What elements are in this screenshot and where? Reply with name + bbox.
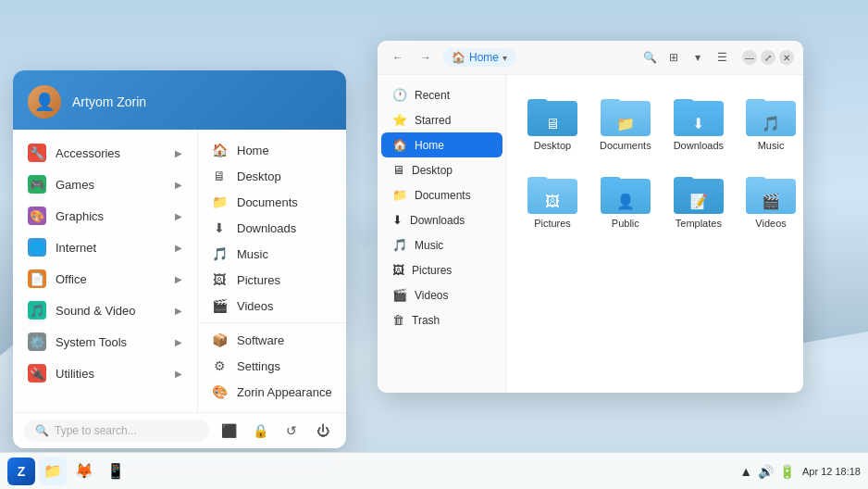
location-bar[interactable]: 🏠 Home ▾ <box>442 48 516 67</box>
lock-button[interactable]: 🔒 <box>248 419 272 443</box>
sidebar-item-trash[interactable]: 🗑 Trash <box>381 307 502 332</box>
category-accessories[interactable]: 🔧 Accessories ▶ <box>13 137 197 169</box>
system-settings[interactable]: ⚙ Settings <box>198 353 346 379</box>
pictures-icon: 🖼 <box>392 263 404 277</box>
trash-icon: 🗑 <box>392 313 404 327</box>
app-menu-categories: 🔧 Accessories ▶ 🎮 Games ▶ 🎨 Graphics ▶ 🌐… <box>13 130 198 412</box>
folder-downloads[interactable]: ⬇ Downloads <box>668 90 729 157</box>
sidebar-item-pictures[interactable]: 🖼 Pictures <box>381 257 502 282</box>
search-icon: 🔍 <box>35 424 49 437</box>
zorin-appearance-icon: 🎨 <box>211 384 228 399</box>
sidebar-label-recent: Recent <box>415 89 450 102</box>
place-documents-icon: 📁 <box>211 194 228 209</box>
window-controls: — ⤢ ✕ <box>742 50 794 65</box>
screenshot-button[interactable]: ⬛ <box>217 419 241 443</box>
sound-tray-icon[interactable]: 🔊 <box>758 464 774 479</box>
sidebar-item-recent[interactable]: 🕐 Recent <box>381 82 502 107</box>
place-videos[interactable]: 🎬 Videos <box>198 293 346 319</box>
folder-music[interactable]: 🎵 Music <box>740 90 801 157</box>
forward-button[interactable]: → <box>415 46 437 69</box>
arrow-accessories: ▶ <box>175 148 182 158</box>
search-bar[interactable]: 🔍 Type to search... <box>24 420 209 442</box>
files-icon-glyph: 📁 <box>43 462 62 480</box>
file-manager-main: 🖥 Desktop 📁 Documents <box>507 75 803 393</box>
system-tools-icon: ⚙️ <box>28 332 46 351</box>
tray-icons: ▲ 🔊 🔋 <box>739 464 795 479</box>
app-menu-body: 🔧 Accessories ▶ 🎮 Games ▶ 🎨 Graphics ▶ 🌐… <box>13 130 346 412</box>
taskbar-time: Apr 12 18:18 <box>802 466 861 477</box>
folder-documents[interactable]: 📁 Documents <box>594 90 657 157</box>
file-manager-titlebar: ← → 🏠 Home ▾ 🔍 ⊞ ▾ ☰ — ⤢ ✕ <box>378 41 803 75</box>
sidebar-item-home[interactable]: 🏠 Home <box>381 132 502 157</box>
folder-label-pictures: Pictures <box>534 218 571 229</box>
place-label-pictures: Pictures <box>237 273 280 287</box>
files-taskbar-icon[interactable]: 📁 <box>39 458 67 485</box>
category-graphics[interactable]: 🎨 Graphics ▶ <box>13 200 197 232</box>
view-dropdown-button[interactable]: ▾ <box>687 46 709 69</box>
power-button[interactable]: ⏻ <box>311 419 335 443</box>
sidebar-item-videos[interactable]: 🎬 Videos <box>381 282 502 307</box>
folder-label-music: Music <box>758 140 785 151</box>
category-label-system-tools: System Tools <box>56 335 127 349</box>
place-downloads[interactable]: ⬇ Downloads <box>198 215 346 241</box>
user-avatar: 👤 <box>28 85 61 119</box>
folder-pictures[interactable]: 🖼 Pictures <box>522 168 583 234</box>
sidebar-label-starred: Starred <box>415 114 451 127</box>
folder-desktop[interactable]: 🖥 Desktop <box>522 90 583 157</box>
folder-public[interactable]: 👤 Public <box>594 168 657 234</box>
folder-label-downloads: Downloads <box>674 140 724 151</box>
place-music[interactable]: 🎵 Music <box>198 241 346 267</box>
minimize-button[interactable]: — <box>742 50 757 65</box>
system-software[interactable]: 📦 Software <box>198 327 346 353</box>
connect-taskbar-icon[interactable]: 📱 <box>102 458 130 485</box>
place-desktop-icon: 🖥 <box>211 169 228 183</box>
arrow-graphics: ▶ <box>175 211 182 221</box>
sidebar-item-downloads[interactable]: ⬇ Downloads <box>381 207 502 232</box>
search-button[interactable]: 🔍 <box>639 46 661 69</box>
category-utilities[interactable]: 🔌 Utilities ▶ <box>13 357 197 389</box>
place-documents[interactable]: 📁 Documents <box>198 189 346 215</box>
sidebar-item-music[interactable]: 🎵 Music <box>381 232 502 257</box>
place-desktop[interactable]: 🖥 Desktop <box>198 163 346 189</box>
place-pictures-icon: 🖼 <box>211 272 228 287</box>
view-toggle-button[interactable]: ⊞ <box>663 46 685 69</box>
wifi-tray-icon[interactable]: ▲ <box>739 464 752 479</box>
sidebar-label-pictures: Pictures <box>412 264 452 277</box>
refresh-button[interactable]: ↺ <box>279 419 304 443</box>
sidebar-label-videos: Videos <box>415 289 448 302</box>
system-label-settings: Settings <box>237 359 280 373</box>
system-zorin-appearance[interactable]: 🎨 Zorin Appearance <box>198 379 346 405</box>
category-label-sound-video: Sound & Video <box>56 304 136 318</box>
folder-label-desktop: Desktop <box>534 140 571 151</box>
folder-templates[interactable]: 📝 Templates <box>668 168 729 234</box>
close-button[interactable]: ✕ <box>779 50 794 65</box>
file-manager-body: 🕐 Recent ⭐ Starred 🏠 Home 🖥 Desktop 📁 Do… <box>378 75 803 393</box>
zorin-logo-text: Z <box>18 464 26 479</box>
category-games[interactable]: 🎮 Games ▶ <box>13 169 197 200</box>
place-home[interactable]: 🏠 Home <box>198 137 346 163</box>
folder-videos[interactable]: 🎬 Videos <box>740 168 801 234</box>
games-icon: 🎮 <box>28 175 46 194</box>
back-button[interactable]: ← <box>387 46 409 69</box>
sidebar-item-desktop[interactable]: 🖥 Desktop <box>381 157 502 182</box>
category-internet[interactable]: 🌐 Internet ▶ <box>13 232 197 263</box>
music-icon: 🎵 <box>392 238 407 252</box>
internet-icon: 🌐 <box>28 238 46 257</box>
maximize-button[interactable]: ⤢ <box>761 50 775 65</box>
accessories-icon: 🔧 <box>28 144 46 162</box>
home-icon: 🏠 <box>392 138 407 152</box>
firefox-icon-glyph: 🦊 <box>75 462 93 480</box>
category-system-tools[interactable]: ⚙️ System Tools ▶ <box>13 326 197 357</box>
sidebar-item-starred[interactable]: ⭐ Starred <box>381 107 502 132</box>
search-placeholder: Type to search... <box>55 424 137 437</box>
zorin-menu-button[interactable]: Z <box>7 458 35 485</box>
place-pictures[interactable]: 🖼 Pictures <box>198 267 346 293</box>
place-music-icon: 🎵 <box>211 246 228 261</box>
sidebar-item-documents[interactable]: 📁 Documents <box>381 182 502 207</box>
firefox-taskbar-icon[interactable]: 🦊 <box>70 458 98 485</box>
category-sound-video[interactable]: 🎵 Sound & Video ▶ <box>13 295 197 326</box>
battery-tray-icon[interactable]: 🔋 <box>779 464 795 479</box>
menu-button[interactable]: ☰ <box>711 46 733 69</box>
category-office[interactable]: 📄 Office ▶ <box>13 263 197 295</box>
location-label: Home <box>469 51 499 64</box>
